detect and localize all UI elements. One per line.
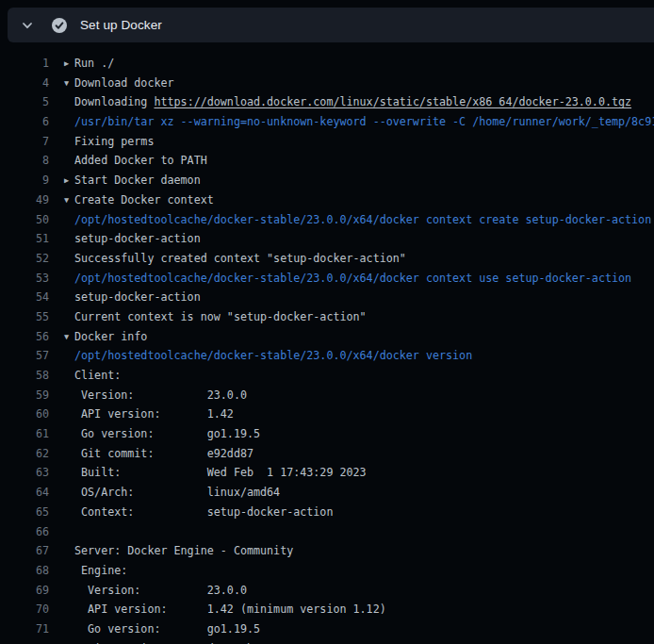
log-text: Downloading	[74, 95, 154, 108]
marker-spacer	[49, 92, 74, 112]
group-collapsed-icon[interactable]: ▶	[49, 171, 74, 190]
log-text: Client:	[74, 366, 654, 386]
line-number[interactable]: 56	[0, 327, 49, 347]
log-text: Built: Wed Feb 1 17:43:29 2023	[74, 463, 654, 483]
log-line: 5Downloading https://download.docker.com…	[0, 92, 654, 112]
marker-spacer	[49, 229, 74, 249]
marker-spacer	[49, 639, 74, 644]
marker-spacer	[49, 269, 74, 289]
log-text: Go version: go1.19.5	[74, 619, 654, 639]
line-number[interactable]: 61	[0, 424, 49, 444]
marker-spacer	[49, 386, 74, 405]
log-text: setup-docker-action	[74, 288, 654, 307]
log-line: 59 Version: 23.0.0	[0, 386, 654, 405]
log-line: 6/usr/bin/tar xz --warning=no-unknown-ke…	[0, 112, 654, 132]
log-line: 7Fixing perms	[0, 132, 654, 152]
log-line: 61 Go version: go1.19.5	[0, 424, 654, 444]
log-line: 50/opt/hostedtoolcache/docker-stable/23.…	[0, 210, 654, 230]
marker-spacer	[49, 132, 74, 152]
log-command-text: /opt/hostedtoolcache/docker-stable/23.0.…	[74, 346, 654, 366]
line-number[interactable]: 63	[0, 463, 49, 483]
marker-spacer	[49, 210, 74, 230]
marker-spacer	[49, 619, 74, 639]
log-text: Version: 23.0.0	[74, 386, 654, 405]
line-number[interactable]: 5	[0, 92, 49, 112]
log-line: 67Server: Docker Engine - Community	[0, 541, 654, 561]
line-number[interactable]: 49	[0, 190, 49, 210]
line-number[interactable]: 60	[0, 405, 49, 424]
marker-spacer	[49, 112, 74, 132]
log-group-row[interactable]: 9▶Start Docker daemon	[0, 171, 654, 190]
log-text: Git commit: d7573ab	[74, 639, 654, 644]
line-number[interactable]: 68	[0, 561, 49, 581]
line-number[interactable]: 72	[0, 639, 49, 644]
line-number[interactable]: 50	[0, 210, 49, 230]
log-text: API version: 1.42	[74, 405, 654, 424]
line-number[interactable]: 57	[0, 346, 49, 366]
marker-spacer	[49, 288, 74, 307]
log-line: 65 Context: setup-docker-action	[0, 503, 654, 522]
line-number[interactable]: 66	[0, 522, 49, 542]
log-text: Successfully created context "setup-dock…	[74, 249, 654, 269]
group-title: Docker info	[74, 327, 654, 347]
group-expanded-icon[interactable]: ▼	[49, 74, 74, 93]
line-number[interactable]: 58	[0, 366, 49, 386]
group-collapsed-icon[interactable]: ▶	[49, 54, 74, 74]
log-text: Version: 23.0.0	[74, 581, 654, 601]
line-number[interactable]: 9	[0, 171, 49, 190]
line-number[interactable]: 55	[0, 307, 49, 327]
line-number[interactable]: 54	[0, 288, 49, 307]
line-number[interactable]: 4	[0, 74, 49, 93]
step-header[interactable]: Set up Docker	[8, 8, 654, 42]
line-number[interactable]: 64	[0, 483, 49, 503]
log-group-row[interactable]: 4▼Download docker	[0, 74, 654, 93]
line-number[interactable]: 71	[0, 619, 49, 639]
marker-spacer	[49, 346, 74, 366]
log-text: Server: Docker Engine - Community	[74, 541, 654, 561]
log-text: Current context is now "setup-docker-act…	[74, 307, 654, 327]
line-number[interactable]: 52	[0, 249, 49, 269]
marker-spacer	[49, 503, 74, 522]
log-line: 57/opt/hostedtoolcache/docker-stable/23.…	[0, 346, 654, 366]
marker-spacer	[49, 151, 74, 171]
log-command-text: /opt/hostedtoolcache/docker-stable/23.0.…	[74, 210, 654, 230]
group-expanded-icon[interactable]: ▼	[49, 190, 74, 210]
group-title: Download docker	[74, 74, 654, 93]
group-expanded-icon[interactable]: ▼	[49, 327, 74, 347]
log-group-row[interactable]: 56▼Docker info	[0, 327, 654, 347]
line-number[interactable]: 8	[0, 151, 49, 171]
log-line: 8Added Docker to PATH	[0, 151, 654, 171]
log-text: Context: setup-docker-action	[74, 503, 654, 522]
log-output: 1▶Run ./4▼Download docker5Downloading ht…	[0, 54, 654, 644]
log-text: Fixing perms	[74, 132, 654, 152]
line-number[interactable]: 62	[0, 444, 49, 464]
log-line: 54setup-docker-action	[0, 288, 654, 307]
line-number[interactable]: 59	[0, 386, 49, 405]
line-number[interactable]: 65	[0, 503, 49, 522]
line-number[interactable]: 6	[0, 112, 49, 132]
log-line: 63 Built: Wed Feb 1 17:43:29 2023	[0, 463, 654, 483]
download-url-link[interactable]: https://download.docker.com/linux/static…	[154, 95, 631, 108]
line-number[interactable]: 70	[0, 600, 49, 619]
group-title: Run ./	[74, 54, 654, 74]
log-line: 51setup-docker-action	[0, 229, 654, 249]
log-line: 62 Git commit: e92dd87	[0, 444, 654, 464]
marker-spacer	[49, 444, 74, 464]
line-number[interactable]: 7	[0, 132, 49, 152]
line-number[interactable]: 1	[0, 54, 49, 74]
log-group-row[interactable]: 1▶Run ./	[0, 54, 654, 74]
chevron-down-icon[interactable]	[17, 15, 38, 36]
line-number[interactable]: 67	[0, 541, 49, 561]
log-line: 68 Engine:	[0, 561, 654, 581]
log-text: API version: 1.42 (minimum version 1.12)	[74, 600, 654, 619]
line-number[interactable]: 51	[0, 229, 49, 249]
log-text	[74, 522, 654, 542]
log-text: setup-docker-action	[74, 229, 654, 249]
marker-spacer	[49, 561, 74, 581]
marker-spacer	[49, 541, 74, 561]
line-number[interactable]: 53	[0, 269, 49, 289]
marker-spacer	[49, 249, 74, 269]
log-group-row[interactable]: 49▼Create Docker context	[0, 190, 654, 210]
line-number[interactable]: 69	[0, 581, 49, 601]
log-line: 60 API version: 1.42	[0, 405, 654, 424]
